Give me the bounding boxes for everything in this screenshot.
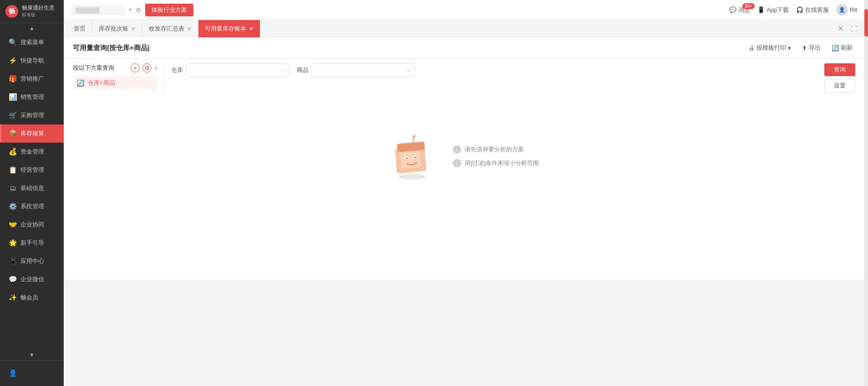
tab-batch-ledger[interactable]: 库存批次账 ✕ [92,20,142,37]
page-header: 可用量查询(按仓库+商品) 🖨 按模板打印 ▾ ⬆ 导出 🔄 刷新 [64,37,864,59]
sidebar-item-search[interactable]: 🔍 搜索菜单 [0,33,64,51]
warehouse-label: 仓库 [171,66,183,74]
topbar-search[interactable]: ▓▓▓▓▓▓ [71,5,126,15]
tab-home[interactable]: 首页 [69,20,92,37]
filter-settings-button[interactable]: ⚙ [142,63,152,72]
sidebar-scroll-up[interactable]: ▲ [0,23,64,33]
sidebar-menu: 🔍 搜索菜单 ⚡ 快捷导航 🎁 营销推广 📊 销售管理 🛒 采购管理 📦 库存核… [0,33,64,350]
avatar-text: 👤 [839,7,845,13]
box-icon: 📦 [9,129,17,138]
money-icon: 💰 [9,148,17,156]
print-template-button[interactable]: 🖨 按模板打印 ▾ [746,42,794,54]
sidebar-item-purchase[interactable]: 🛒 采购管理 [0,106,64,124]
search-icon: 🔍 [9,38,17,46]
diamond-icon: ✨ [9,293,17,302]
logo-icon: 畅 [5,5,18,18]
app-download-button[interactable]: 📱 App下载 [757,6,789,14]
sidebar-item-enterprise[interactable]: 🤝 企业协同 [0,216,64,234]
chat-icon: 💬 [9,275,17,283]
sidebar-item-sales[interactable]: 📊 销售管理 [0,88,64,106]
online-service-button[interactable]: 🎧 在线客服 [796,6,829,14]
sidebar-item-inventory[interactable]: 📦 库存核算 [0,124,64,143]
tab-close-available-ledger[interactable]: ✕ [249,26,254,32]
export-button[interactable]: ⬆ 导出 [799,42,823,54]
page-header-actions: 🖨 按模板打印 ▾ ⬆ 导出 🔄 刷新 [746,42,855,54]
sidebar-item-system[interactable]: ⚙️ 系统管理 [0,197,64,216]
sidebar-item-user-settings[interactable]: 👤 [0,364,64,382]
settings-icon[interactable]: ⚙ [136,6,142,14]
query-fields: 仓库 ··· 商品 ··· [164,63,819,93]
refresh-button[interactable]: 🔄 刷新 [829,42,855,54]
robot-svg [389,134,435,179]
cart-icon: 🛒 [9,111,17,119]
tab-available-ledger[interactable]: 可用量库存账本 ✕ [198,20,260,37]
filter-add-button[interactable]: + [131,63,140,72]
tip-number-2: 2 [453,159,461,167]
tabbar-expand-button[interactable]: ⛶ [849,23,859,34]
column-settings-button[interactable]: 设置 [824,79,855,93]
tip-number-1: 1 [453,145,461,154]
filter-item-warehouse-product[interactable]: 🔄 仓库+商品 [73,76,158,90]
gift-icon: 🎁 [9,75,17,83]
svg-point-9 [412,135,416,138]
headset-icon: 🎧 [796,6,803,13]
tip-text-1: 请先选择要分析的方案 [465,145,524,154]
tab-bar: 首页 库存批次账 ✕ 收发存汇总表 ✕ 可用量库存账本 ✕ ✕ ⛶ [64,20,864,37]
action-buttons: 查询 设置 [819,63,855,93]
empty-state-row: 1 请先选择要分析的方案 2 用[过滤]条件来缩小分析范围 [389,134,539,179]
clipboard-icon: 📋 [9,166,17,174]
message-button[interactable]: 💬 消息 99+ [729,6,750,14]
tabbar-close-button[interactable]: ✕ [836,22,845,35]
logo-text: 畅康通好生意 标准版 [22,5,55,18]
filter-panel-header: 按以下方案查询 + ⚙ « [73,63,158,72]
sidebar-item-wechat[interactable]: 💬 企业微信 [0,270,64,288]
sidebar-item-marketing[interactable]: 🎁 营销推广 [0,70,64,88]
scrollbar-handle[interactable] [864,9,868,36]
empty-tip-1: 1 请先选择要分析的方案 [453,145,539,154]
empty-state: 1 请先选择要分析的方案 2 用[过滤]条件来缩小分析范围 [64,97,864,216]
tab-close-recv-summary[interactable]: ✕ [187,26,192,32]
refresh-icon: 🔄 [832,45,839,51]
right-scrollbar[interactable] [864,0,868,386]
product-more-icon[interactable]: ··· [406,67,411,73]
sidebar-item-quick-nav[interactable]: ⚡ 快捷导航 [0,51,64,70]
tab-close-batch-ledger[interactable]: ✕ [131,26,136,32]
sidebar-bottom: 👤 [0,360,64,386]
product-input[interactable]: ··· [311,63,415,77]
filter-item-icon: 🔄 [76,79,84,87]
filter-panel: 按以下方案查询 + ⚙ « 🔄 仓库+商品 [73,63,164,93]
user-avatar-button[interactable]: 👤 Rit [836,4,857,16]
sidebar-item-vip[interactable]: ✨ 畅会员 [0,288,64,307]
product-field: 商品 ··· [297,63,415,77]
tab-recv-summary[interactable]: 收发存汇总表 ✕ [142,20,198,37]
filter-panel-actions: + ⚙ « [131,63,158,72]
svg-point-0 [398,174,426,179]
star-icon: 🌟 [9,239,17,247]
warehouse-input[interactable]: ··· [186,63,289,77]
sidebar-item-operation[interactable]: 📋 经营管理 [0,161,64,179]
warehouse-more-icon[interactable]: ··· [281,67,285,73]
sidebar: 畅 畅康通好生意 标准版 ▲ 🔍 搜索菜单 ⚡ 快捷导航 🎁 营销推广 📊 销售… [0,0,64,386]
product-label: 商品 [297,66,309,74]
filter-collapse-button[interactable]: « [154,64,158,72]
lightning-icon: ⚡ [9,57,17,65]
sidebar-item-finance[interactable]: 💰 资金管理 [0,143,64,161]
sidebar-item-basic[interactable]: 🗂 基础信息 [0,179,64,197]
sidebar-item-guide[interactable]: 🌟 新手引导 [0,234,64,252]
sidebar-item-app-center[interactable]: 📱 应用中心 [0,252,64,270]
topbar-right: 💬 消息 99+ 📱 App下载 🎧 在线客服 👤 Rit [729,4,857,16]
query-button[interactable]: 查询 [824,63,855,76]
warehouse-field: 仓库 ··· [171,63,289,77]
chevron-down-icon[interactable]: ▾ [129,7,132,13]
trial-industry-button[interactable]: 体验行业方案 [145,4,193,16]
svg-rect-3 [400,151,421,169]
main-area: ▓▓▓▓▓▓ ▾ ⚙ 体验行业方案 💬 消息 99+ 📱 App下载 🎧 在线客… [64,0,864,386]
filter-area: 按以下方案查询 + ⚙ « 🔄 仓库+商品 仓库 [64,59,864,97]
printer-icon: 🖨 [749,45,755,51]
empty-tips: 1 请先选择要分析的方案 2 用[过滤]条件来缩小分析范围 [453,145,539,167]
topbar-search-text: ▓▓▓▓▓▓ [76,7,100,13]
tip-text-2: 用[过滤]条件来缩小分析范围 [465,159,539,167]
folder-icon: 🗂 [9,184,17,192]
sidebar-scroll-down[interactable]: ▼ [0,350,64,360]
message-icon: 💬 [729,6,736,13]
